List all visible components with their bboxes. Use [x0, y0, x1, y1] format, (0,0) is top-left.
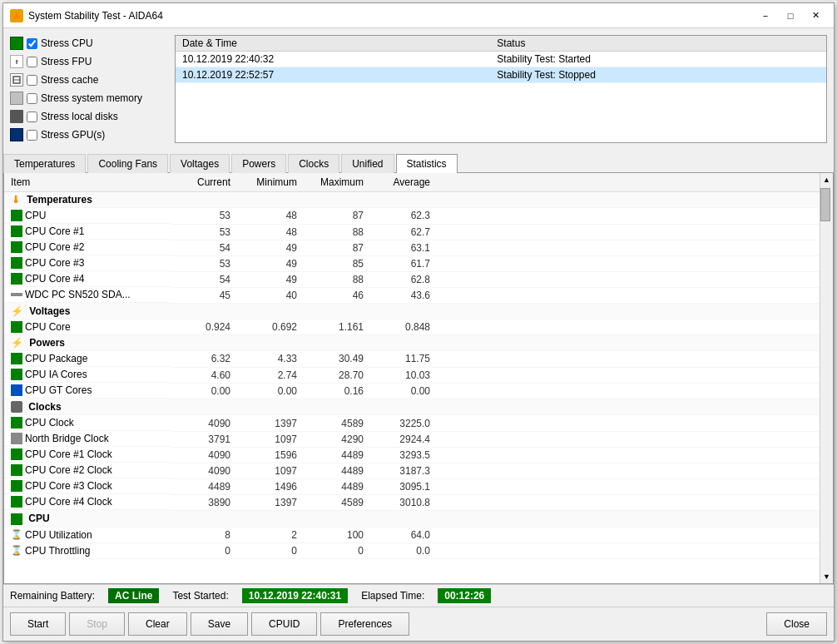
tabs-container: Temperatures Cooling Fans Voltages Power…	[3, 153, 834, 173]
core3-clock-label: CPU Core #3 Clock	[25, 480, 112, 492]
stress-cpu-checkbox[interactable]	[27, 38, 37, 49]
table-row: WDC PC SN520 SDA... 45 40 46 43.6	[4, 287, 820, 303]
tab-voltages[interactable]: Voltages	[170, 154, 230, 173]
thermometer-icon: 🌡	[11, 194, 21, 206]
cpu-ia-icon	[11, 369, 22, 380]
cpu-gt-avg: 0.00	[370, 383, 437, 399]
cpu-temp-avg: 62.3	[370, 208, 437, 225]
core1-clock-label: CPU Core #1 Clock	[25, 448, 112, 460]
cpu-clock-current: 4090	[171, 415, 237, 432]
bottom-bar: Start Stop Clear Save CPUID Preferences …	[3, 607, 834, 641]
save-button[interactable]: Save	[191, 612, 248, 636]
stress-gpu-checkbox[interactable]	[27, 130, 37, 141]
table-row: CPU Core #2 54 49 87 63.1	[4, 240, 820, 255]
tab-cooling-fans[interactable]: Cooling Fans	[87, 154, 168, 173]
clear-button[interactable]: Clear	[128, 612, 187, 636]
log-panel: Date & Time Status 10.12.2019 22:40:32 S…	[175, 35, 827, 143]
cpu-core1-current: 53	[171, 224, 237, 240]
tab-clocks[interactable]: Clocks	[288, 154, 339, 173]
elapsed-label: Elapsed Time:	[361, 590, 424, 602]
tab-temperatures[interactable]: Temperatures	[3, 154, 86, 173]
spacer	[437, 447, 820, 463]
wdc-avg: 43.6	[370, 287, 437, 303]
spacer	[437, 351, 820, 368]
table-row: North Bridge Clock 3791 1097 4290 2924.4	[4, 431, 820, 447]
core4-clock-min: 1397	[237, 494, 304, 510]
cpu-core1-max: 88	[304, 224, 370, 240]
cpu-gt-current: 0.00	[171, 383, 237, 399]
titlebar-controls: − □ ✕	[754, 7, 827, 24]
tab-powers[interactable]: Powers	[231, 154, 286, 173]
close-button[interactable]: Close	[766, 612, 827, 636]
stress-memory-checkbox[interactable]	[27, 93, 37, 104]
stress-disk-label: Stress local disks	[41, 111, 118, 122]
cpu-section-icon	[11, 513, 22, 525]
table-row: CPU Clock 4090 1397 4589 3225.0	[4, 415, 820, 432]
cpu-throttle-max: 0	[304, 543, 370, 559]
data-table-container[interactable]: Item Current Minimum Maximum Average	[4, 173, 820, 583]
scroll-up-arrow[interactable]: ▲	[820, 173, 834, 186]
cpu-throttle-icon: ⌛	[11, 545, 22, 557]
cpu-util-max: 100	[304, 527, 370, 543]
core4-clock-max: 4589	[304, 494, 370, 510]
section-voltages: ⚡ Voltages	[4, 303, 820, 319]
col-current: Current	[171, 173, 237, 192]
status-bar: Remaining Battery: AC Line Test Started:…	[3, 584, 834, 607]
stress-cache-icon	[10, 73, 23, 87]
cpu-gt-min: 0.00	[237, 383, 304, 399]
stress-cache-label: Stress cache	[41, 74, 98, 86]
tab-unified[interactable]: Unified	[341, 154, 394, 173]
titlebar-close-button[interactable]: ✕	[804, 7, 827, 24]
top-section: Stress CPU f Stress FPU Stress cache	[3, 28, 834, 150]
spacer	[437, 255, 820, 271]
nb-clock-avg: 2924.4	[370, 431, 437, 447]
test-started-value: 10.12.2019 22:40:31	[242, 588, 348, 603]
start-button[interactable]: Start	[10, 612, 66, 636]
scroll-down-arrow[interactable]: ▼	[820, 570, 834, 583]
cpu-gt-icon	[11, 384, 22, 396]
stop-button[interactable]: Stop	[69, 612, 125, 636]
section-clocks-label: Clocks	[28, 401, 61, 413]
minimize-button[interactable]: −	[754, 7, 777, 24]
cpu-core2-current: 54	[171, 240, 237, 255]
scroll-thumb[interactable]	[820, 188, 830, 221]
cpu-clock-icon	[11, 417, 22, 429]
scrollbar[interactable]: ▲ ▼	[820, 173, 833, 583]
log-row: 10.12.2019 22:40:32 Stability Test: Star…	[176, 52, 826, 67]
table-row: CPU Package 6.32 4.33 30.49 11.75	[4, 351, 820, 368]
cpu-gt-max: 0.16	[304, 383, 370, 399]
tab-statistics[interactable]: Statistics	[396, 154, 458, 173]
cpu-core3-current: 53	[171, 255, 237, 271]
app-icon	[10, 9, 23, 22]
table-row: ⌛CPU Throttling 0 0 0 0.0	[4, 543, 820, 559]
log-status-2: Stability Test: Stopped	[490, 67, 826, 83]
log-col-status: Status	[490, 36, 826, 52]
stress-fpu-checkbox[interactable]	[27, 57, 37, 67]
spacer	[437, 543, 820, 559]
core1-clock-max: 4489	[304, 447, 370, 463]
section-powers-label: Powers	[29, 337, 65, 349]
table-row: CPU Core #1 53 48 88 62.7	[4, 224, 820, 240]
voltages-icon: ⚡	[11, 305, 23, 317]
spacer	[437, 383, 820, 399]
stress-options: Stress CPU f Stress FPU Stress cache	[10, 35, 168, 143]
nb-clock-max: 4290	[304, 431, 370, 447]
cpu-throttle-min: 0	[237, 543, 304, 559]
cpu-core-volt-avg: 0.848	[370, 319, 437, 335]
maximize-button[interactable]: □	[779, 7, 802, 24]
cpu-temp-label: CPU	[25, 210, 46, 221]
stress-cache-checkbox[interactable]	[27, 75, 37, 86]
cpu-core4-temp-icon	[11, 273, 22, 285]
log-status-1: Stability Test: Started	[490, 52, 826, 67]
preferences-button[interactable]: Preferences	[320, 612, 409, 636]
wdc-temp-label: WDC PC SN520 SDA...	[25, 289, 131, 300]
nb-clock-icon	[11, 433, 22, 444]
section-voltages-label: Voltages	[29, 305, 70, 317]
spacer	[437, 319, 820, 335]
core1-clock-current: 4090	[171, 447, 237, 463]
spacer	[437, 527, 820, 543]
stress-disk-checkbox[interactable]	[27, 111, 37, 122]
spacer	[437, 494, 820, 510]
cpuid-button[interactable]: CPUID	[251, 612, 317, 636]
table-row: CPU 53 48 87 62.3	[4, 208, 820, 225]
